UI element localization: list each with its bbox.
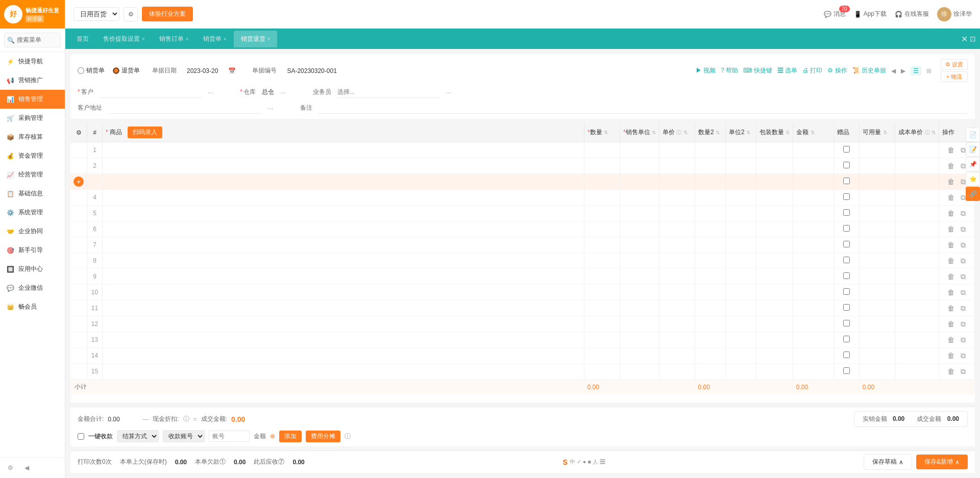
operation-btn[interactable]: ⚙ 操作: [827, 66, 847, 75]
right-float-btn-1[interactable]: 📄: [966, 128, 980, 142]
copy-row-5[interactable]: ⧉: [958, 208, 968, 218]
right-float-btn-5[interactable]: 🔗: [966, 187, 980, 201]
tab-sales-shipment[interactable]: 销货单 ×: [196, 31, 234, 47]
tabbar-expand-btn[interactable]: ⊡: [970, 35, 976, 43]
copy-row-7[interactable]: ⧉: [958, 240, 968, 250]
select-btn[interactable]: ☰ 选单: [777, 66, 797, 75]
cost-info-icon[interactable]: ⓘ: [925, 130, 930, 135]
settings-panel-btn[interactable]: ⚙ 设置: [941, 59, 968, 70]
message-btn[interactable]: 💬 消息 70: [824, 10, 846, 18]
row-amount-1[interactable]: [793, 142, 834, 158]
sidebar-item-wechat[interactable]: 💬 企业微信: [0, 279, 65, 297]
sidebar-item-member[interactable]: 👑 畅会员: [0, 297, 65, 316]
delete-row-1[interactable]: 🗑: [946, 145, 956, 155]
sidebar-item-inventory[interactable]: 📦 库存核算: [0, 128, 65, 146]
gift-check-11[interactable]: [843, 304, 850, 311]
sidebar-item-purchase[interactable]: 🛒 采购管理: [0, 109, 65, 128]
row-qty-1[interactable]: [584, 142, 620, 158]
delete-row-4[interactable]: 🗑: [946, 192, 956, 203]
delete-row-2[interactable]: 🗑: [946, 161, 956, 171]
copy-row-13[interactable]: ⧉: [958, 335, 968, 345]
row-price-3[interactable]: [659, 174, 695, 190]
settlement-method-select[interactable]: 结算方式: [117, 430, 159, 442]
row-amount-3[interactable]: [793, 174, 834, 190]
experience-btn[interactable]: 体验行业方案: [142, 7, 193, 21]
product-input-6[interactable]: [106, 225, 581, 233]
gift-check-9[interactable]: [843, 272, 850, 279]
delete-row-6[interactable]: 🗑: [946, 224, 956, 234]
row-pack-3[interactable]: [756, 174, 793, 190]
salesman-dots[interactable]: ···: [446, 88, 452, 96]
col-settings[interactable]: ⚙: [70, 123, 87, 142]
account-input[interactable]: [209, 431, 250, 442]
gift-check-13[interactable]: [843, 336, 850, 342]
tab-sales-shipment-close[interactable]: ×: [224, 36, 227, 42]
gift-check-7[interactable]: [843, 241, 850, 247]
app-download-btn[interactable]: 📱 App下载: [854, 10, 887, 18]
tab-sales-return[interactable]: 销货退货 ×: [234, 31, 278, 47]
row-price-2[interactable]: [659, 158, 695, 174]
delete-row-7[interactable]: 🗑: [946, 240, 956, 250]
row-available-2[interactable]: [860, 158, 895, 174]
tabbar-close-btn[interactable]: ✕: [961, 34, 968, 44]
add-amount-btn[interactable]: ⊕: [270, 433, 275, 440]
radio-sale-input[interactable]: [78, 67, 84, 74]
tab-sales-return-close[interactable]: ×: [267, 36, 271, 42]
row-unit-3[interactable]: [620, 174, 659, 190]
logistics-btn[interactable]: + 物流: [941, 71, 968, 82]
product-input-1[interactable]: [106, 146, 581, 154]
video-btn[interactable]: ▶ 视频: [696, 66, 716, 75]
gift-check-8[interactable]: [843, 257, 850, 263]
gift-check-1[interactable]: [843, 146, 850, 153]
copy-row-15[interactable]: ⧉: [958, 366, 968, 376]
tab-price-settings-close[interactable]: ×: [142, 36, 145, 42]
address-dots[interactable]: ···: [267, 104, 274, 112]
row-cost-1[interactable]: [895, 142, 939, 158]
copy-row-11[interactable]: ⧉: [958, 303, 968, 313]
gift-check-10[interactable]: [843, 288, 850, 295]
sidebar-item-marketing[interactable]: 📢 营销推广: [0, 71, 65, 90]
sidebar-item-enterprise[interactable]: 🤝 企业协同: [0, 222, 65, 241]
gift-check-12[interactable]: [843, 320, 850, 326]
row-unit2-1[interactable]: [725, 142, 756, 158]
save-draft-btn[interactable]: 保存草稿 ∧: [864, 454, 912, 470]
sidebar-item-sales[interactable]: 📊 销售管理: [0, 90, 65, 109]
sidebar-settings-btn[interactable]: ⚙: [4, 462, 16, 474]
product-input-3[interactable]: [106, 178, 581, 185]
history-btn[interactable]: 📜 历史单据: [852, 66, 886, 75]
copy-row-6[interactable]: ⧉: [958, 224, 968, 234]
industry-select[interactable]: 日用百货: [74, 7, 119, 21]
price-sort-icon[interactable]: ⇅: [683, 130, 688, 135]
topbar-settings-btn[interactable]: ⚙: [124, 7, 138, 21]
row-gift-1[interactable]: [834, 142, 860, 158]
delete-row-11[interactable]: 🗑: [946, 303, 956, 313]
product-input-12[interactable]: [106, 320, 581, 328]
address-input[interactable]: [108, 102, 261, 114]
delete-row-3[interactable]: 🗑: [946, 177, 956, 187]
copy-row-12[interactable]: ⧉: [958, 319, 968, 329]
tab-price-settings[interactable]: 售价提取设置 ×: [96, 31, 152, 47]
delete-row-14[interactable]: 🗑: [946, 350, 956, 361]
delete-row-8[interactable]: 🗑: [946, 256, 956, 266]
remark-input[interactable]: [318, 102, 968, 114]
shortcut-btn[interactable]: ⌨ 快捷键: [743, 66, 772, 75]
product-input-9[interactable]: [106, 273, 581, 280]
row-cost-2[interactable]: [895, 158, 939, 174]
row-amount-2[interactable]: [793, 158, 834, 174]
row-available-1[interactable]: [860, 142, 895, 158]
product-input-15[interactable]: [106, 368, 581, 375]
product-input-7[interactable]: [106, 241, 581, 248]
customer-dots[interactable]: ···: [208, 88, 214, 96]
sidebar-collapse-btn[interactable]: ◀: [20, 462, 33, 474]
add-row-btn[interactable]: +: [74, 177, 84, 187]
print-btn[interactable]: 🖨 打印: [802, 66, 822, 75]
qty2-sort-icon[interactable]: ⇅: [716, 130, 720, 135]
product-input-11[interactable]: [106, 305, 581, 312]
row-gift-2[interactable]: [834, 158, 860, 174]
right-float-btn-3[interactable]: 📌: [966, 157, 980, 171]
delete-row-15[interactable]: 🗑: [946, 366, 956, 376]
settings-col-icon[interactable]: ⚙: [76, 129, 82, 136]
product-input-2[interactable]: [106, 162, 581, 169]
radio-return-input[interactable]: [113, 67, 119, 74]
sidebar-item-system[interactable]: ⚙️ 系统管理: [0, 203, 65, 222]
